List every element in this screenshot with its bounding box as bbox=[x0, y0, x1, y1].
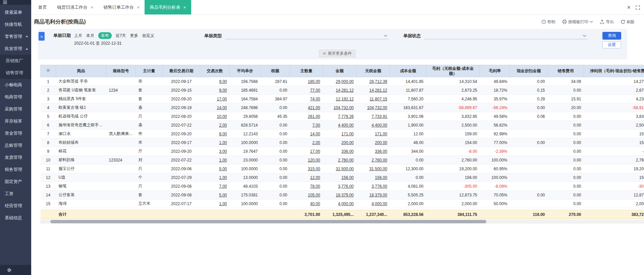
column-header[interactable]: 现金折扣金额 bbox=[510, 65, 548, 77]
settings-button[interactable]: 设置 bbox=[602, 41, 621, 48]
help-button[interactable]: ? 帮助 bbox=[541, 19, 555, 25]
drilldown-link[interactable]: 31,500.00 bbox=[369, 167, 387, 171]
horizontal-scrollbar[interactable] bbox=[40, 220, 644, 224]
sidebar-item[interactable]: 销售管理 bbox=[0, 67, 31, 79]
sidebar-item[interactable]: 零售管理 bbox=[0, 31, 31, 43]
drilldown-link[interactable]: 156.00 bbox=[375, 175, 387, 180]
drilldown-link[interactable]: 74.00 bbox=[310, 97, 320, 101]
date-option[interactable]: 近7天 bbox=[116, 33, 126, 39]
drilldown-link[interactable]: 104,732.00 bbox=[367, 105, 387, 110]
drilldown-link[interactable]: 105.00 bbox=[308, 193, 320, 197]
drilldown-link[interactable]: 8.00 bbox=[219, 132, 227, 136]
drilldown-link[interactable]: 2,760.00 bbox=[338, 158, 354, 163]
drilldown-link[interactable]: 185.00 bbox=[308, 79, 320, 84]
drilldown-link[interactable]: 1.00 bbox=[219, 175, 227, 180]
sidebar-item[interactable]: 资金管理 bbox=[0, 127, 31, 139]
sidebar-item[interactable]: 快捷导航 bbox=[0, 18, 31, 31]
drilldown-link[interactable]: 336.00 bbox=[375, 149, 387, 154]
date-range-value[interactable]: 2022-01-01 至 2022-12-31 bbox=[74, 41, 204, 46]
drilldown-link[interactable]: 2.00 bbox=[219, 123, 227, 128]
drilldown-link[interactable]: 18,379.00 bbox=[369, 193, 387, 197]
column-header[interactable]: 平均单价 bbox=[230, 65, 261, 77]
drilldown-link[interactable]: 120.00 bbox=[308, 158, 320, 163]
drilldown-link[interactable]: 7,779.26 bbox=[338, 114, 354, 119]
sidebar-item[interactable]: 采购管理 bbox=[0, 103, 31, 115]
drilldown-link[interactable]: 14,281.12 bbox=[336, 88, 354, 93]
export-button[interactable]: 导出 bbox=[600, 19, 614, 25]
drilldown-link[interactable]: 5.00 bbox=[219, 193, 227, 197]
column-header[interactable]: 最后交易日期 bbox=[163, 65, 200, 77]
drilldown-link[interactable]: 29,000.00 bbox=[336, 79, 354, 84]
sidebar-item[interactable]: 电商管理 bbox=[0, 91, 31, 103]
column-header[interactable]: 成本金额 bbox=[390, 65, 426, 77]
drilldown-link[interactable]: 11,807.15 bbox=[370, 97, 387, 101]
sidebar-logo[interactable] bbox=[0, 0, 31, 5]
sidebar-item[interactable]: 工资 bbox=[0, 188, 31, 200]
drilldown-link[interactable]: 4,400.00 bbox=[338, 123, 354, 128]
date-option[interactable]: 本年 bbox=[98, 32, 112, 39]
drilldown-link[interactable]: 7.00 bbox=[219, 184, 227, 189]
doc-type-select[interactable] bbox=[225, 32, 389, 39]
drilldown-link[interactable]: 4,000.00 bbox=[372, 201, 387, 206]
sidebar-item[interactable]: 基础信息 bbox=[0, 212, 31, 224]
column-header[interactable]: 金额 bbox=[323, 65, 357, 77]
drilldown-link[interactable]: 14,281.12 bbox=[369, 88, 387, 93]
drilldown-link[interactable]: 14.00 bbox=[217, 105, 227, 110]
drilldown-link[interactable]: 78.00 bbox=[310, 184, 320, 189]
close-icon[interactable]: × bbox=[627, 4, 631, 11]
sidebar-item[interactable]: 批发管理 bbox=[0, 43, 31, 55]
drilldown-link[interactable]: 7.00 bbox=[312, 123, 320, 128]
tab[interactable]: 商品毛利分析表× bbox=[145, 0, 191, 14]
sidebar-item[interactable]: 库存核算 bbox=[0, 115, 31, 127]
drilldown-link[interactable]: 12.00 bbox=[310, 175, 320, 180]
drilldown-link[interactable]: 171.00 bbox=[375, 132, 387, 136]
tab-close-icon[interactable]: × bbox=[183, 5, 186, 10]
sidebar-item[interactable]: 固定资产 bbox=[0, 176, 31, 188]
table-settings-header[interactable] bbox=[41, 65, 56, 77]
sidebar-item[interactable]: 总账管理 bbox=[0, 139, 31, 151]
drilldown-link[interactable]: 336.00 bbox=[341, 149, 354, 154]
drilldown-link[interactable]: 9.00 bbox=[219, 88, 227, 93]
tab[interactable]: 首页 bbox=[33, 0, 52, 14]
drilldown-link[interactable]: 1.00 bbox=[219, 158, 227, 163]
drilldown-link[interactable]: 17.00 bbox=[310, 149, 320, 154]
drilldown-link[interactable]: 7,733.91 bbox=[372, 114, 387, 119]
query-button[interactable]: 查询 bbox=[602, 32, 621, 40]
date-option[interactable]: 更多 bbox=[130, 33, 138, 39]
column-header[interactable]: 销售费用 bbox=[548, 65, 584, 77]
drilldown-link[interactable]: 17.00 bbox=[217, 97, 227, 101]
gear-icon[interactable] bbox=[7, 268, 12, 273]
drilldown-link[interactable]: 28,712.39 bbox=[369, 79, 387, 84]
drilldown-link[interactable]: 200.00 bbox=[341, 140, 354, 145]
tab-close-icon[interactable]: × bbox=[91, 5, 93, 10]
drilldown-link[interactable]: 5.00 bbox=[219, 167, 227, 171]
drilldown-link[interactable]: 31,500.00 bbox=[336, 167, 354, 171]
drilldown-link[interactable]: 3,776.00 bbox=[338, 184, 354, 189]
drilldown-link[interactable]: 156.00 bbox=[341, 175, 354, 180]
sidebar-item[interactable]: 小畅电商 bbox=[0, 79, 31, 91]
drilldown-link[interactable]: 200.00 bbox=[375, 140, 387, 145]
drilldown-link[interactable]: 104,732.00 bbox=[333, 105, 354, 110]
drilldown-link[interactable]: 171.00 bbox=[341, 132, 354, 136]
date-option[interactable]: 自定义 bbox=[142, 33, 154, 39]
sidebar-item[interactable]: 营销推广 bbox=[0, 55, 31, 67]
drilldown-link[interactable]: 14.00 bbox=[310, 132, 320, 136]
column-header[interactable]: 无税金额 bbox=[357, 65, 390, 77]
drilldown-link[interactable]: 315.00 bbox=[308, 167, 320, 171]
drilldown-link[interactable]: 9.00 bbox=[219, 79, 227, 84]
drilldown-link[interactable]: 4,400.00 bbox=[372, 123, 387, 128]
drilldown-link[interactable]: 40.00 bbox=[310, 201, 320, 206]
column-header[interactable]: 交易次数 bbox=[200, 65, 230, 77]
column-header[interactable]: 商品 bbox=[56, 65, 106, 77]
column-header[interactable]: 净利润（毛利-现金折扣-销售费... bbox=[584, 65, 644, 77]
tab-close-icon[interactable]: × bbox=[137, 5, 140, 10]
drilldown-link[interactable]: 2.00 bbox=[312, 140, 320, 145]
drilldown-link[interactable]: 261.00 bbox=[308, 114, 320, 119]
drilldown-link[interactable]: 10.00 bbox=[217, 114, 227, 119]
sidebar-item[interactable]: 发票管理 bbox=[0, 151, 31, 164]
drilldown-link[interactable]: 421.00 bbox=[308, 105, 320, 110]
drilldown-link[interactable]: 1.00 bbox=[219, 140, 227, 145]
sidebar-item[interactable]: 搜索菜单 bbox=[0, 6, 31, 18]
drilldown-link[interactable]: 12,192.12 bbox=[336, 97, 354, 101]
column-header[interactable]: 税额 bbox=[261, 65, 290, 77]
